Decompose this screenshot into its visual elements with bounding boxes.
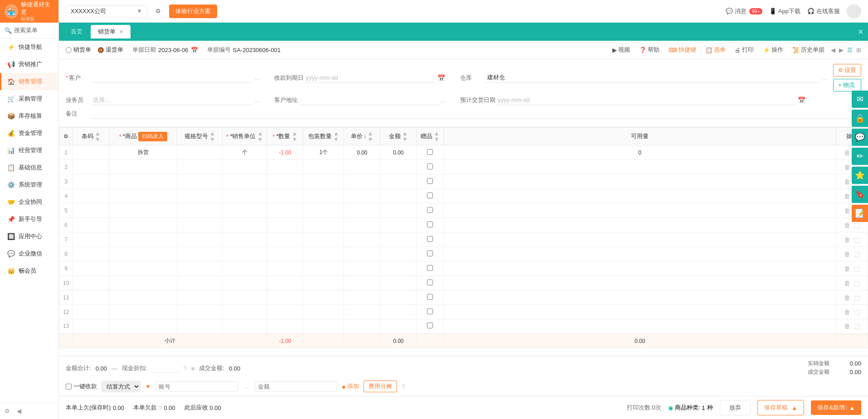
delete-row-icon[interactable]: 🗑	[844, 236, 850, 243]
th-pkg-qty[interactable]: 包装数量▲▼	[303, 128, 344, 145]
gift-checkbox[interactable]	[427, 236, 433, 242]
delete-row-icon[interactable]: 🗑	[844, 250, 850, 258]
radio-return[interactable]: 退货单	[98, 46, 123, 54]
sidebar-item-wechat[interactable]: 💬 企业微信	[0, 245, 58, 262]
sidebar-settings-icon[interactable]: ⚙	[5, 408, 10, 414]
app-download-btn[interactable]: 📱 App下载	[769, 7, 800, 15]
settings-gear-button[interactable]: ⚙	[152, 5, 165, 18]
sidebar-item-finance[interactable]: 💰 资金管理	[0, 125, 58, 142]
calc-method-chevron[interactable]: ▼	[145, 383, 151, 390]
calc-hint-icon[interactable]: ?	[184, 365, 187, 372]
float-edit-btn[interactable]: ✏	[852, 148, 868, 165]
th-amount[interactable]: 金额▲▼	[380, 128, 417, 145]
delete-row-icon[interactable]: 🗑	[844, 265, 850, 272]
float-bookmark-btn[interactable]: 🔖	[852, 186, 868, 203]
save-new-btn[interactable]: 保存&新增 ▲	[811, 400, 861, 415]
sidebar-item-guide[interactable]: 📌 新手引导	[0, 211, 58, 228]
sidebar-item-apps[interactable]: 🔲 应用中心	[0, 228, 58, 245]
sidebar-item-quick-nav[interactable]: ⚡ 快捷导航	[0, 39, 58, 56]
expected-delivery-calendar-icon[interactable]: 📅	[796, 96, 807, 104]
float-lock-btn[interactable]: 🔒	[852, 110, 868, 127]
sidebar-item-system[interactable]: ⚙️ 系统管理	[0, 176, 58, 193]
cash-discount-input[interactable]	[152, 364, 179, 373]
fee-help-icon[interactable]: ?	[402, 383, 405, 390]
sidebar-item-marketing[interactable]: 📢 营销推广	[0, 56, 58, 73]
float-orange-btn[interactable]: 📝	[852, 205, 868, 222]
delete-row-icon[interactable]: 🗑	[844, 164, 850, 171]
help-balance-icon[interactable]: ?	[159, 405, 162, 411]
sidebar-collapse-icon[interactable]: ◀	[17, 408, 21, 414]
copy-row-icon[interactable]: ⬚	[854, 250, 860, 258]
th-barcode[interactable]: 条码▲▼	[73, 128, 109, 145]
delete-row-icon[interactable]: 🗑	[844, 149, 850, 156]
sidebar-item-purchase[interactable]: 🛒 采购管理	[0, 90, 58, 107]
sidebar-item-basic[interactable]: 📋 基础信息	[0, 159, 58, 176]
customer-addr-input[interactable]	[299, 95, 439, 105]
copy-row-icon[interactable]: ⬚	[854, 308, 860, 316]
fee-split-btn[interactable]: 费用分摊	[364, 380, 397, 392]
copy-row-icon[interactable]: ⬚	[854, 265, 860, 272]
calc-method-select[interactable]: 结算方式	[102, 381, 141, 392]
tab-home[interactable]: 首页	[63, 25, 90, 39]
gift-checkbox[interactable]	[427, 222, 433, 227]
sidebar-item-enterprise[interactable]: 🤝 企业协同	[0, 193, 58, 211]
delete-row-icon[interactable]: 🗑	[844, 207, 850, 214]
toolbar-shortcut[interactable]: ⌨ 快捷键	[666, 44, 699, 55]
payment-amount-input[interactable]	[255, 381, 337, 392]
warehouse-dots[interactable]: ...	[821, 74, 829, 81]
copy-row-icon[interactable]: ⬚	[854, 294, 860, 301]
avatar[interactable]	[847, 4, 861, 19]
sidebar-item-sales[interactable]: 🏠 销售管理	[0, 73, 58, 90]
toolbar-print[interactable]: 🖨 打印	[732, 44, 756, 55]
gift-checkbox[interactable]	[427, 149, 433, 155]
salesperson-dots[interactable]: ...	[253, 97, 261, 104]
toolbar-video[interactable]: ▶ 视频	[610, 44, 633, 55]
toolbar-help[interactable]: ❓ 帮助	[636, 44, 662, 55]
abandon-btn[interactable]: 放弃	[720, 400, 751, 415]
sidebar-item-inventory[interactable]: 📦 库存核算	[0, 107, 58, 125]
toolbar-action[interactable]: ⚡ 操作	[760, 44, 786, 55]
th-spec[interactable]: 规格型号▲▼	[177, 128, 223, 145]
view-list-icon[interactable]: ☰	[847, 47, 853, 53]
sidebar-item-member[interactable]: 👑 畅会员	[0, 262, 58, 279]
float-star-btn[interactable]: ⭐	[852, 167, 868, 184]
gift-checkbox[interactable]	[427, 193, 433, 198]
search-menu[interactable]: 🔍 搜索菜单	[0, 23, 58, 39]
copy-row-icon[interactable]: ⬚	[854, 323, 860, 330]
account-input[interactable]	[155, 381, 238, 392]
view-grid-icon[interactable]: ⊞	[856, 47, 861, 53]
gift-checkbox[interactable]	[427, 308, 433, 314]
gift-checkbox[interactable]	[427, 323, 433, 328]
tab-sales-order[interactable]: 销货单 ✕	[91, 25, 131, 39]
float-chat-btn[interactable]: 💬	[852, 129, 868, 146]
scan-button[interactable]: 扫码录入	[138, 132, 167, 141]
gift-checkbox[interactable]	[427, 250, 433, 256]
customer-addr-dots[interactable]: ...	[439, 97, 446, 104]
th-gift[interactable]: 赠品▲▼	[417, 128, 444, 145]
logistics-btn[interactable]: + 物流	[833, 79, 861, 92]
delete-row-icon[interactable]: 🗑	[844, 193, 850, 200]
th-unit-price[interactable]: 单价ℹ▲▼	[344, 128, 380, 145]
customer-dots[interactable]: ...	[253, 74, 261, 81]
add-payment-btn[interactable]: ● 添加	[342, 382, 359, 390]
delete-row-icon[interactable]: 🗑	[844, 279, 850, 287]
sidebar-item-operation[interactable]: 📊 经营管理	[0, 142, 58, 159]
save-new-chevron[interactable]: ▲	[846, 405, 855, 411]
due-date-input[interactable]	[304, 73, 436, 83]
gift-checkbox[interactable]	[427, 279, 433, 285]
th-product[interactable]: **商品 扫码录入	[109, 128, 177, 145]
online-service-btn[interactable]: 🎧 在线客服	[807, 7, 840, 15]
th-settings[interactable]: ⚙	[59, 128, 73, 145]
customer-input[interactable]	[91, 73, 253, 83]
gift-checkbox[interactable]	[427, 265, 433, 271]
notes-input[interactable]	[91, 109, 861, 119]
experience-btn[interactable]: 体验行业方案	[169, 5, 217, 18]
th-unit[interactable]: **销售单位▲▼	[223, 128, 267, 145]
delete-row-icon[interactable]: 🗑	[844, 323, 850, 330]
due-date-calendar-icon[interactable]: 📅	[436, 74, 446, 82]
expected-delivery-input[interactable]	[495, 95, 796, 105]
settings-action-btn[interactable]: ⚙ 设置	[833, 64, 861, 77]
toolbar-select[interactable]: 📋 选单	[703, 44, 728, 55]
save-draft-btn[interactable]: 保存草稿 ▲	[757, 400, 805, 415]
nav-prev-icon[interactable]: ◀	[831, 47, 835, 53]
